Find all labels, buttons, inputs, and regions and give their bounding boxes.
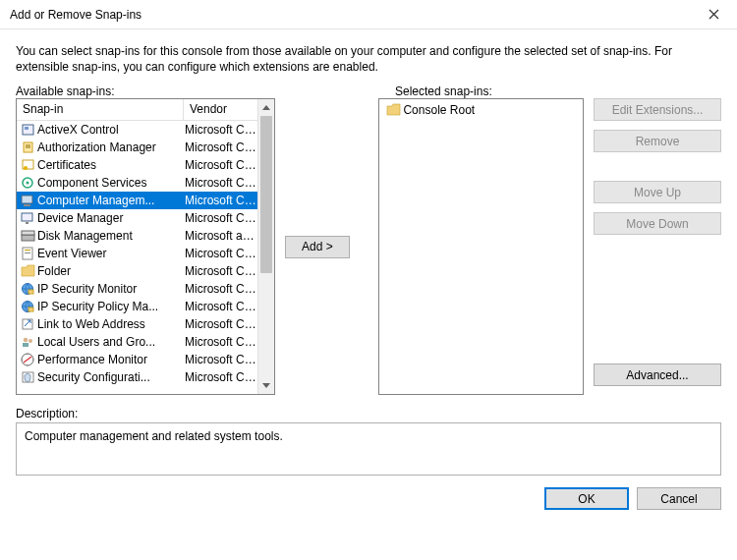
cert-icon xyxy=(20,157,37,173)
item-name: Component Services xyxy=(37,176,185,190)
section-labels: Available snap-ins: Selected snap-ins: xyxy=(16,84,721,98)
users-icon xyxy=(20,334,37,350)
svg-rect-12 xyxy=(22,231,34,235)
item-vendor: Microsoft Corp... xyxy=(185,264,258,278)
list-item[interactable]: Performance MonitorMicrosoft Corp... xyxy=(17,351,274,368)
svg-point-23 xyxy=(28,339,32,343)
item-name: Certificates xyxy=(37,158,185,172)
add-button[interactable]: Add > xyxy=(285,236,350,258)
item-vendor: Microsoft Corp... xyxy=(185,123,258,137)
col-vendor[interactable]: Vendor xyxy=(184,99,262,120)
close-icon xyxy=(709,9,719,20)
item-vendor: Microsoft Corp... xyxy=(185,247,258,260)
item-name: IP Security Policy Ma... xyxy=(37,300,185,313)
tree-item-label: Console Root xyxy=(403,103,475,117)
item-vendor: Microsoft Corp... xyxy=(185,353,258,366)
move-up-button[interactable]: Move Up xyxy=(594,181,721,203)
svg-point-6 xyxy=(27,182,29,185)
svg-rect-15 xyxy=(25,252,30,253)
perf-icon xyxy=(20,352,37,367)
authz-icon xyxy=(20,140,37,155)
scroll-thumb[interactable] xyxy=(260,116,272,273)
list-item[interactable]: Link to Web AddressMicrosoft Corp... xyxy=(17,315,274,333)
available-scrollbar[interactable] xyxy=(257,99,274,394)
security-icon xyxy=(20,369,37,385)
list-item[interactable]: FolderMicrosoft Corp... xyxy=(17,262,274,280)
middle-column: Add > xyxy=(275,98,359,395)
scroll-up-button[interactable] xyxy=(258,99,274,116)
item-vendor: Microsoft and ... xyxy=(185,229,258,243)
description-text: Computer management and related system t… xyxy=(25,429,283,443)
disk-icon xyxy=(20,228,37,244)
item-vendor: Microsoft Corp... xyxy=(185,176,258,190)
tree-item[interactable]: Console Root xyxy=(381,101,581,119)
svg-rect-17 xyxy=(28,290,33,294)
edit-extensions-button[interactable]: Edit Extensions... xyxy=(594,98,721,121)
item-vendor: Microsoft Corp... xyxy=(185,158,258,172)
list-item[interactable]: ActiveX ControlMicrosoft Corp... xyxy=(17,121,274,139)
footer-buttons: OK Cancel xyxy=(16,487,721,510)
svg-rect-19 xyxy=(28,308,33,311)
scroll-track[interactable] xyxy=(258,116,274,377)
list-item[interactable]: Event ViewerMicrosoft Corp... xyxy=(17,245,274,262)
svg-point-4 xyxy=(24,166,28,170)
dialog-content: You can select snap-ins for this console… xyxy=(0,29,737,560)
available-header-row: Snap-in Vendor xyxy=(17,99,274,121)
item-name: IP Security Monitor xyxy=(37,282,185,296)
svg-point-21 xyxy=(24,338,28,343)
item-name: Local Users and Gro... xyxy=(37,335,185,349)
svg-rect-10 xyxy=(26,222,28,224)
dialog-window: Add or Remove Snap-ins You can select sn… xyxy=(0,0,737,560)
list-item[interactable]: Component ServicesMicrosoft Corp... xyxy=(17,174,274,192)
selected-label: Selected snap-ins: xyxy=(395,84,601,98)
available-list[interactable]: Snap-in Vendor ActiveX ControlMicrosoft … xyxy=(16,98,275,395)
item-name: Folder xyxy=(37,264,185,278)
advanced-button[interactable]: Advanced... xyxy=(594,364,721,386)
remove-button[interactable]: Remove xyxy=(594,130,721,152)
close-button[interactable] xyxy=(699,5,729,24)
list-item[interactable]: Computer Managem...Microsoft Corp... xyxy=(17,192,274,209)
computer-icon xyxy=(20,193,37,208)
list-item[interactable]: Local Users and Gro...Microsoft Corp... xyxy=(17,333,274,351)
ok-button[interactable]: OK xyxy=(544,487,629,510)
description-label: Description: xyxy=(16,407,721,420)
device-icon xyxy=(20,210,37,226)
item-name: Link to Web Address xyxy=(37,317,185,331)
col-snapin[interactable]: Snap-in xyxy=(17,99,184,120)
chevron-down-icon xyxy=(262,383,270,388)
list-item[interactable]: Authorization ManagerMicrosoft Corp... xyxy=(17,139,274,156)
ipsec-icon xyxy=(20,281,37,297)
list-item[interactable]: CertificatesMicrosoft Corp... xyxy=(17,156,274,174)
list-item[interactable]: Disk ManagementMicrosoft and ... xyxy=(17,227,274,245)
selected-list[interactable]: Console Root xyxy=(378,98,584,395)
item-vendor: Microsoft Corp... xyxy=(185,282,258,296)
titlebar: Add or Remove Snap-ins xyxy=(0,0,737,29)
item-name: Authorization Manager xyxy=(37,140,185,154)
list-item[interactable]: IP Security MonitorMicrosoft Corp... xyxy=(17,280,274,298)
list-item[interactable]: Device ManagerMicrosoft Corp... xyxy=(17,209,274,227)
svg-rect-22 xyxy=(23,343,28,347)
svg-rect-11 xyxy=(22,235,34,241)
list-item[interactable]: Security Configurati...Microsoft Corp... xyxy=(17,368,274,386)
folder-icon xyxy=(20,263,37,279)
item-vendor: Microsoft Corp... xyxy=(185,317,258,331)
svg-rect-7 xyxy=(22,196,32,203)
svg-rect-8 xyxy=(24,204,30,206)
scroll-down-button[interactable] xyxy=(258,377,274,394)
event-icon xyxy=(20,246,37,261)
list-item[interactable]: IP Security Policy Ma...Microsoft Corp..… xyxy=(17,298,274,315)
svg-rect-14 xyxy=(25,250,30,251)
description-box: Computer management and related system t… xyxy=(16,422,721,476)
link-icon xyxy=(20,316,37,332)
window-title: Add or Remove Snap-ins xyxy=(10,8,699,22)
cancel-button[interactable]: Cancel xyxy=(637,487,721,510)
item-vendor: Microsoft Corp... xyxy=(185,335,258,349)
item-vendor: Microsoft Corp... xyxy=(185,370,258,384)
available-label: Available snap-ins: xyxy=(16,84,291,98)
activex-icon xyxy=(20,122,37,138)
move-down-button[interactable]: Move Down xyxy=(594,212,721,235)
item-name: Computer Managem... xyxy=(37,194,185,207)
ipsec-icon xyxy=(20,299,37,314)
intro-text: You can select snap-ins for this console… xyxy=(16,43,721,75)
folder-icon xyxy=(385,102,403,118)
